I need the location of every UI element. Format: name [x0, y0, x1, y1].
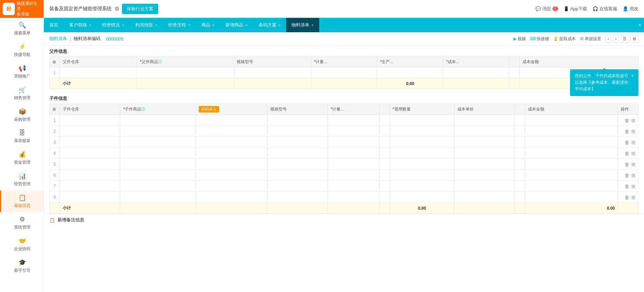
child-row-3: 3 🗑⊞	[50, 137, 639, 148]
child-row-2-unit-cost[interactable]	[454, 126, 515, 137]
child-row-1-warehouse[interactable]	[60, 115, 120, 126]
sidebar-item-basicinfo[interactable]: 📋 基础信息	[0, 190, 44, 212]
parent-subtotal-label-cell	[50, 78, 60, 89]
child-row-6: 6 🗑⊞	[50, 170, 639, 181]
copy-icon-3[interactable]: ⊞	[631, 140, 635, 145]
sidebar-item-management[interactable]: 📊 经营管理	[0, 169, 44, 190]
child-row-2-scan	[196, 126, 268, 137]
user-action[interactable]: 👤 用友	[623, 6, 639, 12]
tab-goods-close[interactable]: ×	[212, 23, 214, 27]
parent-row-1-produce[interactable]	[377, 67, 443, 78]
copy-icon-8[interactable]: ⊞	[631, 195, 635, 200]
tab-profit-close[interactable]: ×	[155, 23, 157, 27]
parent-row-1-product[interactable]	[137, 67, 234, 78]
child-row-2-extra	[380, 126, 390, 137]
panel-list-btn[interactable]: ☰	[620, 35, 629, 43]
parent-row-1: 1	[50, 67, 639, 78]
online-service-action[interactable]: 🎧 在线客服	[593, 6, 617, 12]
action-video[interactable]: ▶ 视频	[513, 36, 526, 42]
child-col-warehouse: 子件仓库	[60, 104, 120, 115]
parent-table-header: ⚙ 父件仓库 *父件商品ⓘ 规格型号 *计量... *生产... *成本... …	[50, 57, 639, 67]
copy-icon-7[interactable]: ⊞	[631, 184, 635, 189]
sidebar-item-marketing[interactable]: 📢 营销推广	[0, 61, 44, 83]
delete-icon-3[interactable]: 🗑	[624, 140, 629, 145]
settings-button[interactable]: ⚙	[114, 5, 119, 12]
child-row-1-unit[interactable]	[328, 115, 380, 126]
delete-icon-2[interactable]: 🗑	[624, 129, 629, 134]
child-row-1-spec[interactable]	[268, 115, 328, 126]
tab-bom-close[interactable]: ×	[311, 23, 313, 27]
trial-button[interactable]: 体验行业方案	[122, 4, 158, 14]
sidebar-item-inventory[interactable]: 🗄 库存核算	[0, 126, 44, 147]
tab-profit[interactable]: 利润报告 ×	[130, 18, 163, 32]
action-cost[interactable]: 💡 提取成本	[553, 36, 576, 42]
action-settings[interactable]: ⚙ 单据设置	[580, 36, 601, 42]
tab-customer[interactable]: 客户联络 ×	[64, 18, 97, 32]
delete-icon-5[interactable]: 🗑	[624, 162, 629, 167]
tab-home[interactable]: 首页	[44, 18, 64, 32]
parent-row-1-cost[interactable]	[443, 67, 509, 78]
video-icon: ▶	[513, 36, 517, 41]
delete-icon-4[interactable]: 🗑	[624, 151, 629, 156]
tab-history-close[interactable]: ×	[188, 23, 190, 27]
bottom-text[interactable]: 新增备注信息	[58, 217, 84, 223]
delete-icon-8[interactable]: 🗑	[624, 195, 629, 200]
parent-subtotal-row: 小计 0.00 0.00	[50, 78, 639, 89]
main-area: 装备及固定资产辅助管理系统 ⚙ 体验行业方案 💬 消息 6 📱 App下载 🎧 …	[44, 0, 644, 292]
child-row-1-product[interactable]	[120, 115, 196, 126]
tab-new-goods[interactable]: 新增商品 ×	[220, 18, 253, 32]
tab-barcode[interactable]: 条码方案 ×	[253, 18, 286, 32]
delete-icon-6[interactable]: 🗑	[624, 173, 629, 178]
parent-row-1-unit[interactable]	[311, 67, 377, 78]
panel-expand-btn[interactable]: ⊞	[630, 35, 639, 43]
nav-close-all[interactable]: ×	[636, 22, 644, 28]
copy-icon-2[interactable]: ⊞	[631, 129, 635, 134]
child-row-2-spec[interactable]	[268, 126, 328, 137]
delete-icon-7[interactable]: 🗑	[624, 184, 629, 189]
parent-col-spec: 规格型号	[234, 57, 311, 67]
sidebar-item-search[interactable]: 🔍 搜索菜单	[0, 18, 44, 39]
scan-button[interactable]: 扫码录入	[199, 106, 219, 113]
child-row-1-unit-cost[interactable]	[454, 115, 515, 126]
parent-row-1-warehouse[interactable]	[60, 67, 137, 78]
copy-icon-6[interactable]: ⊞	[631, 173, 635, 178]
panel-prev-btn[interactable]: ‹	[605, 35, 611, 43]
user-icon: 👤	[623, 6, 628, 11]
tab-operations-close[interactable]: ×	[122, 23, 124, 27]
child-row-2-product[interactable]	[120, 126, 196, 137]
sidebar-item-purchase[interactable]: 📦 采购管理	[0, 104, 44, 126]
copy-icon-1[interactable]: ⊞	[631, 118, 635, 123]
tab-bom[interactable]: 物料清单 ×	[286, 18, 319, 32]
sidebar-item-guide[interactable]: 🎓 新手引导	[0, 255, 44, 277]
parent-table: ⚙ 父件仓库 *父件商品ⓘ 规格型号 *计量... *生产... *成本... …	[49, 57, 639, 89]
tab-goods[interactable]: 商品 ×	[196, 18, 220, 32]
parent-row-1-spec[interactable]	[234, 67, 311, 78]
child-row-1-qty[interactable]	[390, 115, 455, 126]
child-table-header: ⚙ 子件仓库 *子件商品ⓘ 扫码录入 规格型号 *计量... *需用数量 成本单…	[50, 104, 639, 115]
messages-action[interactable]: 💬 消息 6	[535, 6, 558, 12]
app-download-action[interactable]: 📱 App下载	[564, 6, 587, 12]
tooltip-close[interactable]: ×	[631, 73, 634, 79]
tab-customer-close[interactable]: ×	[89, 23, 91, 27]
delete-icon-1[interactable]: 🗑	[624, 118, 629, 123]
breadcrumb-current[interactable]: 物料清单	[49, 36, 67, 42]
sidebar-item-finance[interactable]: 💰 资金管理	[0, 147, 44, 169]
sidebar-item-system[interactable]: ⚙ 系统管理	[0, 212, 44, 234]
child-row-2-warehouse[interactable]	[60, 126, 120, 137]
tab-history[interactable]: 经营历程 ×	[163, 18, 196, 32]
tab-operations[interactable]: 经营情况 ×	[97, 18, 129, 32]
sidebar-item-quicknav[interactable]: ⚡ 快捷导航	[0, 39, 44, 61]
child-row-2-qty[interactable]	[390, 126, 455, 137]
action-shortcut[interactable]: ⌨ 快捷键	[530, 36, 549, 42]
purchase-icon: 📦	[18, 108, 26, 115]
child-row-1-cost-amount	[525, 115, 618, 126]
child-row-2-unit[interactable]	[328, 126, 380, 137]
copy-icon-4[interactable]: ⊞	[631, 151, 635, 156]
sidebar-item-collab[interactable]: 🤝 企业协同	[0, 234, 44, 255]
copy-icon-5[interactable]: ⊞	[631, 162, 635, 167]
sidebar-item-sales[interactable]: 🛒 销售管理	[0, 83, 44, 104]
tab-new-goods-close[interactable]: ×	[245, 23, 247, 27]
panel-next-btn[interactable]: ›	[613, 35, 619, 43]
tab-barcode-close[interactable]: ×	[278, 23, 281, 27]
child-row-1-scan	[196, 115, 268, 126]
